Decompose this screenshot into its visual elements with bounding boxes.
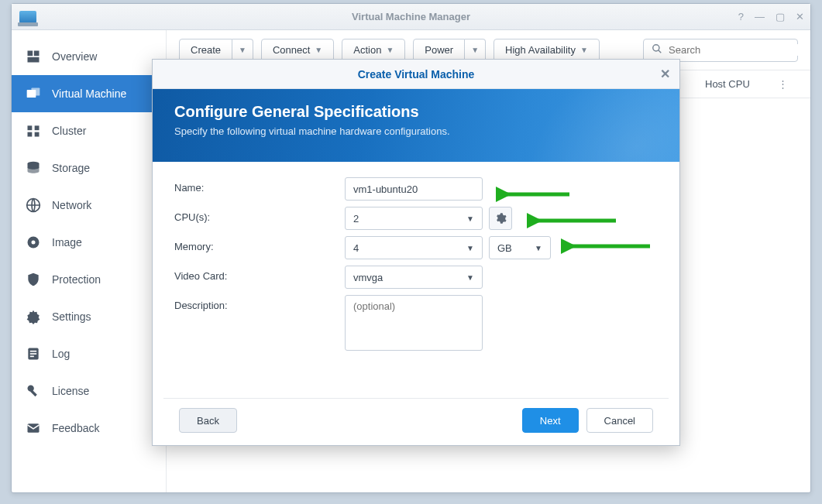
sidebar-item-settings[interactable]: Settings — [12, 298, 166, 335]
sidebar-item-license[interactable]: License — [12, 372, 166, 410]
modal-body: Name: CPU(s): 2 ▼ Memory: 4 — [153, 162, 679, 398]
chevron-down-icon: ▼ — [466, 273, 474, 282]
chevron-down-icon: ▼ — [239, 46, 246, 54]
sidebar-item-label: Storage — [52, 162, 90, 174]
power-dropdown[interactable]: ▼ — [465, 39, 486, 62]
search-box[interactable] — [643, 39, 798, 62]
ha-button[interactable]: High Availability▼ — [494, 39, 600, 62]
titlebar: Virtual Machine Manager ? — ▢ ✕ — [12, 4, 810, 30]
sidebar-item-label: Feedback — [52, 422, 99, 434]
help-icon[interactable]: ? — [738, 11, 744, 22]
name-input[interactable] — [345, 177, 483, 201]
gear-icon — [494, 212, 507, 225]
video-label: Video Card: — [174, 266, 345, 282]
cpu-settings-button[interactable] — [489, 207, 512, 230]
chevron-down-icon: ▼ — [466, 244, 474, 252]
storage-icon — [26, 160, 41, 176]
cpu-label: CPU(s): — [174, 207, 345, 223]
video-select[interactable]: vmvga ▼ — [345, 266, 483, 289]
chevron-down-icon: ▼ — [466, 214, 474, 223]
svg-rect-7 — [28, 132, 33, 137]
svg-rect-8 — [35, 132, 40, 137]
sidebar-item-cluster[interactable]: Cluster — [12, 112, 166, 149]
cancel-button[interactable]: Cancel — [586, 408, 653, 433]
close-icon[interactable]: ✕ — [660, 67, 670, 81]
sidebar-item-label: Network — [52, 199, 91, 211]
create-button[interactable]: Create — [179, 39, 232, 62]
protection-icon — [26, 272, 41, 287]
sidebar-item-overview[interactable]: Overview — [12, 38, 166, 75]
search-icon — [652, 43, 662, 57]
table-col-host-cpu[interactable]: Host CPU — [705, 78, 750, 90]
svg-point-21 — [653, 44, 659, 50]
memory-select[interactable]: 4 ▼ — [345, 236, 483, 259]
log-icon — [26, 346, 41, 362]
create-vm-modal: Create Virtual Machine ✕ Configure Gener… — [152, 59, 680, 446]
create-dropdown[interactable]: ▼ — [232, 39, 253, 62]
description-label: Description: — [174, 295, 345, 311]
power-button[interactable]: Power — [413, 39, 465, 62]
action-button[interactable]: Action▼ — [342, 39, 405, 62]
window-title: Virtual Machine Manager — [12, 11, 810, 22]
modal-footer: Back Next Cancel — [163, 398, 669, 445]
modal-subtitle: Specify the following virtual machine ha… — [174, 125, 658, 137]
svg-point-12 — [32, 241, 36, 245]
sidebar-item-image[interactable]: Image — [12, 224, 166, 261]
license-icon — [26, 383, 41, 399]
chevron-down-icon: ▼ — [315, 46, 322, 54]
memory-label: Memory: — [174, 236, 345, 252]
sidebar-item-log[interactable]: Log — [12, 335, 166, 372]
name-label: Name: — [174, 177, 345, 194]
sidebar-item-label: Cluster — [52, 125, 86, 137]
close-window-icon[interactable]: ✕ — [796, 11, 804, 22]
feedback-icon — [26, 420, 41, 436]
modal-heading: Configure General Specifications — [174, 103, 658, 121]
table-columns-more-icon[interactable]: ⋮ — [772, 78, 794, 90]
svg-rect-1 — [34, 51, 40, 57]
svg-rect-15 — [30, 351, 36, 352]
modal-titlebar: Create Virtual Machine ✕ — [153, 60, 679, 89]
svg-rect-17 — [30, 356, 34, 358]
description-textarea[interactable] — [345, 295, 483, 351]
minimize-icon[interactable]: — — [755, 11, 765, 22]
vm-icon — [26, 86, 41, 101]
modal-title: Create Virtual Machine — [358, 68, 475, 81]
next-button[interactable]: Next — [522, 408, 579, 433]
image-icon — [26, 235, 41, 250]
svg-rect-16 — [30, 353, 36, 355]
svg-rect-4 — [32, 88, 40, 96]
chevron-down-icon: ▼ — [580, 46, 588, 54]
sidebar-item-virtual-machine[interactable]: Virtual Machine — [12, 75, 166, 112]
sidebar-item-label: Virtual Machine — [52, 87, 126, 100]
network-icon — [26, 197, 41, 213]
sidebar-item-label: License — [52, 385, 89, 397]
sidebar-item-label: Log — [52, 348, 70, 360]
cluster-icon — [26, 123, 41, 139]
svg-rect-19 — [30, 389, 37, 396]
cpu-select[interactable]: 2 ▼ — [345, 207, 483, 230]
svg-line-22 — [659, 50, 662, 53]
chevron-down-icon: ▼ — [386, 46, 394, 54]
back-button[interactable]: Back — [179, 408, 237, 433]
overview-icon — [26, 49, 41, 64]
sidebar-item-network[interactable]: Network — [12, 187, 166, 224]
sidebar-item-storage[interactable]: Storage — [12, 149, 166, 187]
svg-rect-6 — [35, 125, 40, 130]
svg-rect-2 — [28, 57, 40, 63]
svg-rect-5 — [28, 125, 33, 130]
connect-button[interactable]: Connect▼ — [261, 39, 334, 62]
svg-rect-0 — [28, 51, 33, 57]
maximize-icon[interactable]: ▢ — [776, 11, 785, 22]
sidebar-item-label: Protection — [52, 273, 101, 286]
settings-icon — [26, 309, 41, 324]
sidebar-item-protection[interactable]: Protection — [12, 261, 166, 298]
chevron-down-icon: ▼ — [535, 244, 542, 252]
sidebar: Overview Virtual Machine Cluster Storage… — [12, 30, 167, 492]
sidebar-item-label: Image — [52, 236, 82, 249]
sidebar-item-label: Overview — [52, 50, 97, 63]
search-input[interactable] — [669, 44, 799, 56]
memory-unit-select[interactable]: GB ▼ — [489, 236, 551, 259]
sidebar-item-feedback[interactable]: Feedback — [12, 410, 166, 447]
chevron-down-icon: ▼ — [471, 46, 479, 54]
modal-banner: Configure General Specifications Specify… — [153, 89, 679, 162]
